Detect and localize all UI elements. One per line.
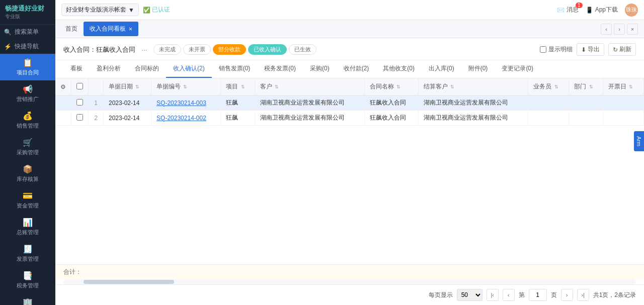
page-prev-btn[interactable]: ‹	[503, 289, 515, 301]
th-open-date[interactable]: 开票日 ⇅	[603, 78, 643, 95]
th-customer[interactable]: 客户 ⇅	[255, 78, 364, 95]
page-next-btn[interactable]: ›	[561, 289, 573, 301]
sort-icon-opendate: ⇅	[629, 84, 633, 89]
td-number[interactable]: SQ-20230214-002	[151, 111, 221, 126]
th-contract[interactable]: 合同名称 ⇅	[364, 78, 418, 95]
sidebar-item-purchase[interactable]: 🛒 采购管理	[0, 134, 55, 160]
app-download-action[interactable]: 📱 App下载	[586, 6, 618, 14]
sort-icon-customer: ⇅	[275, 84, 279, 89]
td-date: 2023-02-14	[104, 111, 151, 126]
th-result-customer[interactable]: 结算客户 ⇅	[419, 78, 528, 95]
table-row[interactable]: 2 2023-02-14 SQ-20230214-002 狂飙 湖南卫视商业运营…	[55, 111, 644, 126]
th-number[interactable]: 单据编号 ⇅	[151, 78, 221, 95]
scrollbar-track[interactable]	[63, 279, 636, 284]
td-checkbox[interactable]	[71, 95, 89, 111]
sub-tab-payment[interactable]: 收付款(2)	[337, 60, 376, 78]
sidebar-quick-nav[interactable]: ⚡ 快捷导航	[0, 39, 55, 54]
status-btn-confirmed[interactable]: 已收入确认	[248, 44, 287, 55]
sidebar-item-label: 税务管理	[17, 282, 39, 289]
td-department	[569, 111, 603, 126]
sub-tab-income[interactable]: 收入确认(2)	[166, 60, 212, 78]
th-project[interactable]: 项目 ⇅	[221, 78, 255, 95]
status-btn-partial[interactable]: 部分收款	[213, 44, 246, 55]
tab-label: 收入合同看板	[90, 25, 126, 33]
th-department[interactable]: 部门 ⇅	[569, 78, 603, 95]
sub-tab-purchase[interactable]: 采购(0)	[303, 60, 337, 78]
tab-active[interactable]: 收入合同看板 ×	[84, 22, 138, 36]
sort-icon-project: ⇅	[241, 84, 245, 89]
per-page-select[interactable]: 20 50 100	[457, 289, 482, 301]
sidebar-search[interactable]: 🔍 搜索菜单	[0, 25, 55, 39]
export-btn[interactable]: ⬇ 导出	[577, 43, 604, 56]
status-btn-uninvoiced[interactable]: 未开票	[183, 44, 211, 55]
sidebar-item-tax[interactable]: 📑 税务管理	[0, 267, 55, 293]
status-btn-incomplete[interactable]: 未完成	[153, 44, 181, 55]
tab-next-btn[interactable]: ›	[614, 24, 625, 35]
right-panel-btn[interactable]: Arm	[634, 131, 644, 151]
sub-tab-other[interactable]: 其他收支(0)	[376, 60, 422, 78]
user-action[interactable]: 珠珠	[625, 4, 638, 17]
sidebar-item-assets[interactable]: 🏢 固定资产	[0, 293, 55, 305]
sidebar-item-sales[interactable]: 💰 销售管理	[0, 107, 55, 134]
check-icon: ✅	[143, 7, 150, 14]
doc-number-link[interactable]: SQ-20230214-003	[156, 99, 206, 107]
select-all-checkbox[interactable]	[76, 83, 83, 89]
row-checkbox-0[interactable]	[76, 99, 83, 106]
sidebar-item-label: 项目合同	[17, 69, 39, 76]
td-settings[interactable]	[55, 111, 71, 126]
td-contract: 狂飙收入合同	[364, 95, 418, 111]
show-detail-toggle[interactable]: 显示明细	[540, 45, 573, 54]
page-input[interactable]	[529, 289, 547, 301]
message-action[interactable]: ✉️ 消息 1	[557, 6, 579, 14]
company-selector[interactable]: 好业财专业版演示帐套 ▼	[61, 4, 139, 16]
sub-tab-profit[interactable]: 盈利分析	[90, 60, 128, 78]
sidebar-item-inventory[interactable]: 📦 库存核算	[0, 160, 55, 187]
th-salesman[interactable]: 业务员 ⇅	[528, 78, 569, 95]
more-icon[interactable]: ···	[141, 46, 147, 54]
tab-prev-btn[interactable]: ‹	[601, 24, 612, 35]
sub-tab-warehouse[interactable]: 出入库(0)	[422, 60, 461, 78]
page-first-btn[interactable]: |‹	[487, 289, 499, 301]
sub-tab-tax-invoice[interactable]: 税务发票(0)	[257, 60, 303, 78]
td-num: 2	[89, 111, 104, 126]
sidebar-item-label: 总账管理	[17, 229, 39, 236]
td-settings[interactable]	[55, 95, 71, 111]
sidebar-item-invoice[interactable]: 🧾 发票管理	[0, 240, 55, 267]
td-checkbox[interactable]	[71, 111, 89, 126]
td-result-customer: 湖南卫视商业运营发展有限公司	[419, 111, 528, 126]
company-name: 好业财专业版演示帐套	[66, 6, 126, 14]
td-result-customer: 湖南卫视商业运营发展有限公司	[419, 95, 528, 111]
tab-home[interactable]: 首页	[61, 25, 82, 33]
sub-tab-subject[interactable]: 合同标的	[128, 60, 166, 78]
sub-tab-attachment[interactable]: 附件(0)	[461, 60, 495, 78]
sub-tab-sales-invoice[interactable]: 销售发票(0)	[212, 60, 258, 78]
purchase-icon: 🛒	[23, 138, 33, 147]
refresh-btn[interactable]: ↻ 刷新	[608, 43, 636, 56]
topbar-right: ✉️ 消息 1 📱 App下载 珠珠	[557, 4, 638, 17]
sidebar-item-ledger[interactable]: 📊 总账管理	[0, 214, 55, 240]
quick-nav-label: 快捷导航	[15, 42, 39, 51]
td-number[interactable]: SQ-20230214-003	[151, 95, 221, 111]
show-detail-checkbox[interactable]	[540, 46, 546, 53]
sidebar-item-capital[interactable]: 💳 资金管理	[0, 187, 55, 214]
row-checkbox-1[interactable]	[76, 114, 83, 121]
th-settings[interactable]: ⚙	[55, 78, 71, 95]
tab-close-icon[interactable]: ×	[129, 26, 132, 33]
sidebar-item-marketing[interactable]: 📢 营销推广	[0, 80, 55, 107]
table-row[interactable]: 1 2023-02-14 SQ-20230214-003 狂飙 湖南卫视商业运营…	[55, 95, 644, 111]
tab-close-btn[interactable]: ×	[627, 24, 638, 35]
status-btn-effective[interactable]: 已生效	[289, 44, 316, 55]
capital-icon: 💳	[23, 191, 33, 200]
tab-nav-buttons: ‹ › ×	[601, 24, 638, 35]
scrollbar-thumb[interactable]	[84, 280, 174, 284]
th-checkbox[interactable]	[71, 78, 89, 95]
sub-tab-changes[interactable]: 变更记录(0)	[495, 60, 540, 78]
page-last-btn[interactable]: ›|	[577, 289, 589, 301]
message-badge: 1	[576, 3, 583, 8]
sort-icon-result: ⇅	[450, 84, 454, 89]
doc-number-link[interactable]: SQ-20230214-002	[156, 115, 206, 122]
sub-tab-kanban[interactable]: 看板	[63, 60, 90, 78]
sidebar-item-label: 发票管理	[17, 255, 39, 263]
th-date[interactable]: 单据日期 ⇅	[104, 78, 151, 95]
sidebar-item-project[interactable]: 📋 项目合同	[0, 54, 55, 80]
